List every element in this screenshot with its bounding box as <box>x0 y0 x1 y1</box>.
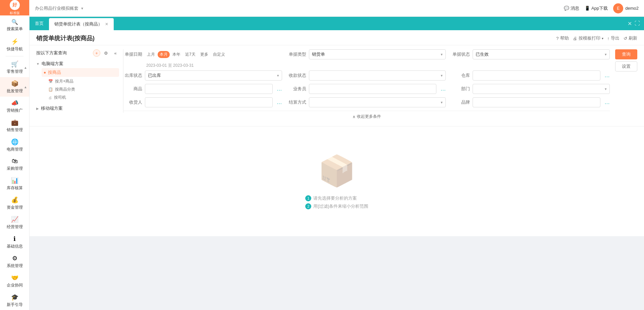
scheme-item-by-category[interactable]: 📋 按商品分类 <box>42 86 119 93</box>
date-tab-this-month[interactable]: 本月 <box>158 51 170 58</box>
filter-row-3: 商品 … 业务员 <box>123 84 610 94</box>
scheme-collapse-button[interactable]: « <box>112 49 119 57</box>
tabbar-actions: ✕ ⛶ <box>628 20 644 27</box>
scheme-group-mobile-header[interactable]: ▶ 移动端方案 <box>36 104 119 113</box>
sidebar-item-purchase[interactable]: 🛍 采购管理 <box>0 155 29 174</box>
filter-doc-type: 单据类型 销货单 ▾ <box>287 49 446 59</box>
payment-select[interactable]: ▾ <box>309 97 446 107</box>
newbie-icon: 🎓 <box>11 294 18 301</box>
refresh-label: 刷新 <box>629 35 637 41</box>
enterprise-icon: 🤝 <box>11 274 18 281</box>
quicknav-label: 快捷导航 <box>7 46 23 52</box>
tab-close-button[interactable]: ✕ <box>105 22 108 27</box>
query-button[interactable]: 查询 <box>615 49 637 59</box>
scheme-group-desktop-header[interactable]: ▼ 电脑端方案 <box>36 59 119 68</box>
recipient-input[interactable] <box>145 97 273 107</box>
scheme-header: 按以下方案查询 + ⚙ « <box>36 49 119 57</box>
newbie-label: 新手引导 <box>7 302 23 308</box>
sidebar-item-ecommerce[interactable]: 🌐 电商管理 <box>0 136 29 155</box>
search-icon: 🔍 <box>11 19 18 25</box>
by-cashier-label: 按司机 <box>54 95 66 100</box>
scheme-item-by-month-goods[interactable]: 📅 按月+商品 <box>42 78 119 85</box>
sidebar-item-retail[interactable]: 🛒 零售管理 ▲ <box>0 58 29 77</box>
retail-arrow: ▲ <box>24 66 27 69</box>
date-tab-custom[interactable]: 自定义 <box>211 51 227 58</box>
scheme-group-desktop: ▼ 电脑端方案 ● 按商品 📅 按月+商品 <box>36 59 119 101</box>
settings-button[interactable]: 设置 <box>615 61 637 71</box>
scheme-item-by-cashier[interactable]: 🖨 按司机 <box>42 94 119 101</box>
doc-type-arrow: ▾ <box>441 52 443 57</box>
sidebar-item-quicknav[interactable]: ⚡ 快捷导航 <box>0 35 29 55</box>
date-range-text: 2023-03-01 至 2023-03-31 <box>146 63 194 68</box>
empty-state: 📦 1 请先选择要分析的方案 2 用[过滤]条件来缩小分析范围 <box>30 126 644 236</box>
goods-more-button[interactable]: … <box>277 86 282 92</box>
tab-fullscreen-button[interactable]: ⛶ <box>635 20 640 27</box>
salesperson-label: 业务员 <box>287 86 306 92</box>
logo-subtext: 标准版 <box>10 11 20 15</box>
date-tab-this-year[interactable]: 本年 <box>170 51 182 58</box>
recipient-more-button[interactable]: … <box>277 99 282 105</box>
doc-type-select[interactable]: 销货单 ▾ <box>309 49 446 59</box>
marketing-label: 营销推广 <box>7 108 23 113</box>
help-button[interactable]: ? 帮助 <box>556 35 569 41</box>
sidebar-item-finance[interactable]: 💰 资金管理 <box>0 194 29 213</box>
warehouse-input[interactable] <box>473 70 600 81</box>
sidebar-item-basic[interactable]: ℹ 基础信息 <box>0 232 29 252</box>
warehouse-more-button[interactable]: … <box>604 72 610 79</box>
user-area[interactable]: E demo2 <box>613 3 639 13</box>
content-panel: 销货单统计表(按商品) ? 帮助 🖨 按模板打印 ▾ ↑ 导出 <box>30 30 644 236</box>
doc-status-label: 单据状态 <box>451 51 470 57</box>
print-arrow: ▾ <box>602 37 603 40</box>
brand-more-button[interactable]: … <box>604 99 610 105</box>
help-label: 帮助 <box>560 35 569 41</box>
message-button[interactable]: 💬 消息 <box>564 5 579 11</box>
breadcrumb-dropdown[interactable]: ▾ <box>81 6 83 11</box>
by-goods-label: 按商品 <box>48 69 61 75</box>
sales-label: 销售管理 <box>7 127 23 133</box>
empty-tip-2: 2 用[过滤]条件来缩小分析范围 <box>305 203 368 209</box>
sidebar-item-marketing[interactable]: 📣 营销推广 <box>0 97 29 116</box>
scheme-add-button[interactable]: + <box>93 49 100 57</box>
sidebar-item-wholesale[interactable]: 📦 批发管理 ▲ <box>0 77 29 97</box>
recv-status-select[interactable]: ▾ <box>309 70 446 81</box>
sidebar-item-newbie[interactable]: 🎓 新手引导 <box>0 291 29 310</box>
salesperson-input[interactable] <box>309 84 437 94</box>
page-title: 销货单统计表(按商品) <box>36 34 95 42</box>
scheme-settings-button[interactable]: ⚙ <box>102 49 110 57</box>
filter-doc-status: 单据状态 已生效 ▾ <box>451 49 610 59</box>
warehouse-label: 仓库 <box>451 72 470 79</box>
brand-input[interactable] <box>473 97 600 107</box>
sidebar-item-system[interactable]: ⚙ 系统管理 <box>0 252 29 271</box>
export-button[interactable]: ↑ 导出 <box>607 35 620 41</box>
doc-status-select[interactable]: 已生效 ▾ <box>473 49 610 59</box>
sidebar-search[interactable]: 🔍 搜索菜单 <box>0 15 29 34</box>
tab-report[interactable]: 销货单统计表（按商品） ✕ <box>49 18 114 30</box>
refresh-button[interactable]: ↺ 刷新 <box>624 35 637 41</box>
print-button[interactable]: 🖨 按模板打印 ▾ <box>573 35 603 41</box>
header-right: 💬 消息 📱 App下载 E demo2 <box>564 3 639 13</box>
date-tab-more[interactable]: 更多 <box>198 51 210 58</box>
collapse-label: 收起更多条件 <box>357 114 381 119</box>
home-tab-label: 首页 <box>35 20 44 27</box>
salesperson-more-button[interactable]: … <box>440 86 446 92</box>
date-tab-last-month[interactable]: 上月 <box>145 51 157 58</box>
dept-select[interactable]: ▾ <box>473 84 610 94</box>
inventory-icon: 📊 <box>11 177 18 184</box>
sidebar-item-inventory[interactable]: 📊 库存核算 <box>0 174 29 194</box>
tab-home[interactable]: 首页 <box>30 17 49 30</box>
collapse-bar[interactable]: ∧ 收起更多条件 <box>123 111 610 122</box>
sidebar-item-sales[interactable]: 💼 销售管理 <box>0 116 29 136</box>
sidebar-item-operations[interactable]: 📈 经营管理 <box>0 213 29 232</box>
tab-close-all-button[interactable]: ✕ <box>628 20 632 27</box>
app-download-button[interactable]: 📱 App下载 <box>585 5 608 11</box>
message-icon: 💬 <box>564 6 569 11</box>
goods-input[interactable] <box>145 84 273 94</box>
search-label: 搜索菜单 <box>7 26 23 32</box>
out-status-select[interactable]: 已出库 ▾ <box>145 70 282 81</box>
sidebar-item-enterprise[interactable]: 🤝 企业协同 <box>0 271 29 291</box>
breadcrumb: 办公用品行业模拟账套 <box>35 5 78 11</box>
date-tab-last7[interactable]: 近7天 <box>183 51 198 58</box>
quicknav-icon: ⚡ <box>11 38 18 45</box>
tip-2-text: 用[过滤]条件来缩小分析范围 <box>313 203 368 209</box>
scheme-item-by-goods[interactable]: ● 按商品 <box>42 68 119 77</box>
